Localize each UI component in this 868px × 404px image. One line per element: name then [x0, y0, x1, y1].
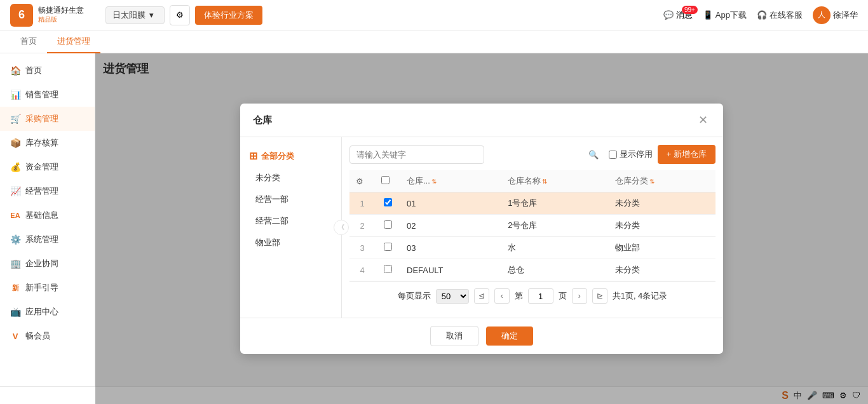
total-info: 共1页, 4条记录 [613, 290, 668, 302]
row-settings[interactable]: 4 [349, 259, 375, 281]
select-all-checkbox[interactable] [381, 176, 390, 184]
category-ops2[interactable]: 经营二部 [240, 210, 341, 232]
nav-tabs: 首页 进货管理 [0, 30, 868, 53]
page-input[interactable] [528, 288, 553, 304]
sidebar-item-guide[interactable]: 新 新手引导 [0, 276, 95, 300]
row-category: 未分类 [609, 192, 715, 215]
tab-home[interactable]: 首页 [10, 30, 47, 53]
tab-purchase[interactable]: 进货管理 [47, 30, 100, 53]
show-disabled-checkbox[interactable]: 显示停用 [609, 149, 653, 160]
table-panel: 🔍 显示停用 + 新增仓库 [342, 137, 723, 318]
gear-icon: ⚙ [176, 10, 184, 20]
cancel-button[interactable]: 取消 [430, 326, 478, 346]
row-settings[interactable]: 2 [349, 215, 375, 237]
warehouse-modal: 仓库 ✕ ⊞ 全部分类 未分类 经营一部 经营二部 物业部 [240, 104, 723, 354]
system-icon: ⚙️ [10, 234, 20, 245]
page-label: 第 [515, 290, 523, 302]
row-checkbox[interactable] [375, 215, 400, 237]
sidebar-item-home[interactable]: 🏠 首页 [0, 58, 95, 83]
next-page-button[interactable]: › [572, 288, 587, 304]
purchase-icon: 🛒 [10, 114, 20, 124]
app-download-button[interactable]: 📱 App下载 [703, 10, 747, 21]
row-name: 水 [501, 237, 608, 259]
settings-button[interactable]: ⚙ [170, 5, 190, 25]
prev-page-button[interactable]: ‹ [494, 288, 510, 304]
logo-text: 畅捷通好生意 [38, 6, 84, 16]
last-page-button[interactable]: ⊵ [592, 288, 607, 304]
table-row[interactable]: 2 02 2号仓库 未分类 [349, 215, 715, 237]
show-disabled-label: 显示停用 [620, 149, 653, 160]
sidebar-label-system: 系统管理 [25, 234, 58, 245]
show-disabled-check[interactable] [609, 151, 617, 159]
row-code: 03 [400, 237, 501, 259]
sidebar-item-enterprise[interactable]: 🏢 企业协同 [0, 252, 95, 276]
operations-icon: 📈 [10, 186, 20, 196]
col-code[interactable]: 仓库... ⇅ [400, 170, 501, 192]
member-icon: V [10, 331, 20, 341]
all-category-item[interactable]: ⊞ 全部分类 [240, 145, 341, 167]
messages-button[interactable]: 💬 消息 99+ [663, 10, 693, 21]
online-service-button[interactable]: 🎧 在线客服 [757, 10, 803, 21]
category-property[interactable]: 物业部 [240, 232, 341, 253]
category-ops1[interactable]: 经营一部 [240, 189, 341, 210]
col-name[interactable]: 仓库名称 ⇅ [501, 170, 608, 192]
sidebar-item-system[interactable]: ⚙️ 系统管理 [0, 227, 95, 252]
sidebar-label-purchase: 采购管理 [25, 113, 58, 125]
sidebar-item-purchase[interactable]: 🛒 采购管理 [0, 107, 95, 131]
sidebar-label-home: 首页 [25, 65, 42, 76]
content-area: 进货管理 仓库 ✕ ⊞ 全部分类 未分类 [95, 53, 868, 404]
modal-close-button[interactable]: ✕ [695, 112, 710, 128]
sidebar-item-basic-info[interactable]: EA 基础信息 [0, 203, 95, 227]
sidebar-item-sales[interactable]: 📊 销售管理 [0, 83, 95, 107]
trial-button[interactable]: 体验行业方案 [195, 6, 262, 25]
sales-icon: 📊 [10, 90, 20, 100]
table-toolbar: 🔍 显示停用 + 新增仓库 [349, 145, 715, 164]
header-center: 日太阳膜 ▾ ⚙ 体验行业方案 [105, 5, 663, 25]
row-code: 01 [400, 192, 501, 215]
home-icon: 🏠 [10, 65, 20, 76]
user-profile-button[interactable]: 人 徐泽华 [813, 6, 858, 24]
sidebar-item-operations[interactable]: 📈 经营管理 [0, 179, 95, 203]
col-checkbox [375, 170, 400, 192]
modal-header: 仓库 ✕ [240, 104, 723, 137]
modal-title: 仓库 [253, 114, 272, 126]
row-category: 未分类 [609, 259, 715, 281]
category-sort-icon: ⇅ [649, 178, 654, 185]
row-checkbox[interactable] [375, 259, 400, 281]
finance-icon: 💰 [10, 162, 20, 172]
sidebar-item-appstore[interactable]: 📺 应用中心 [0, 300, 95, 324]
table-row[interactable]: 4 DEFAULT 总仓 未分类 [349, 259, 715, 281]
add-warehouse-button[interactable]: + 新增仓库 [658, 145, 715, 164]
appstore-icon: 📺 [10, 307, 20, 317]
branch-selector[interactable]: 日太阳膜 ▾ [105, 6, 165, 24]
search-icon[interactable]: 🔍 [588, 150, 599, 159]
top-header: 6 畅捷通好生意 精品版 日太阳膜 ▾ ⚙ 体验行业方案 💬 消息 99+ 📱 … [0, 0, 868, 30]
collapse-panel-button[interactable]: 《 [334, 220, 349, 235]
first-page-button[interactable]: ⊴ [474, 288, 489, 304]
category-unclassified[interactable]: 未分类 [240, 167, 341, 189]
row-checkbox[interactable] [375, 192, 400, 215]
branch-name: 日太阳膜 [112, 10, 146, 21]
row-settings[interactable]: 3 [349, 237, 375, 259]
sidebar-item-inventory[interactable]: 📦 库存核算 [0, 131, 95, 155]
sidebar-item-member[interactable]: V 畅会员 [0, 324, 95, 348]
table-row[interactable]: 1 01 1号仓库 未分类 [349, 192, 715, 215]
per-page-select[interactable]: 50 10 20 100 [436, 289, 469, 304]
row-code: 02 [400, 215, 501, 237]
table-wrap: ⚙ 仓库... ⇅ [349, 170, 715, 281]
logo-icon: 6 [10, 4, 33, 27]
basic-info-icon: EA [10, 210, 20, 220]
row-settings[interactable]: 1 [349, 192, 375, 215]
row-name: 2号仓库 [501, 215, 608, 237]
row-category: 未分类 [609, 215, 715, 237]
col-category[interactable]: 仓库分类 ⇅ [609, 170, 715, 192]
sidebar: 🏠 首页 📊 销售管理 🛒 采购管理 📦 库存核算 💰 资金管理 📈 经营管理 … [0, 53, 95, 404]
sidebar-item-finance[interactable]: 💰 资金管理 [0, 155, 95, 179]
modal-footer: 取消 确定 [240, 318, 723, 354]
sidebar-label-inventory: 库存核算 [25, 137, 58, 149]
row-checkbox[interactable] [375, 237, 400, 259]
search-input[interactable] [349, 145, 484, 164]
confirm-button[interactable]: 确定 [486, 327, 533, 346]
settings-icon: ⚙ [356, 177, 363, 186]
table-row[interactable]: 3 03 水 物业部 [349, 237, 715, 259]
